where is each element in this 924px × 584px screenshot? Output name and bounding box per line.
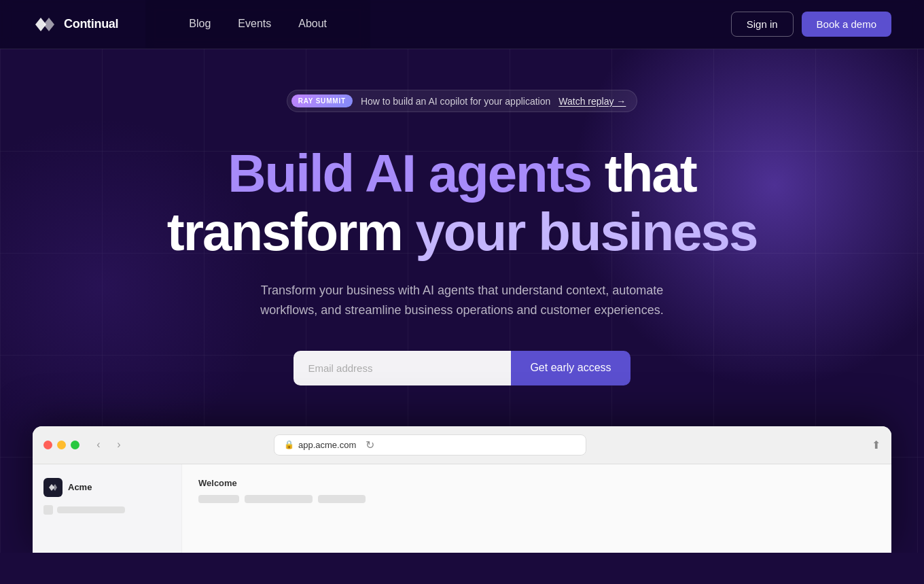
logo-icon (33, 15, 57, 34)
sidebar-item-1 (43, 505, 171, 515)
title-line1-purple: Build AI agents (228, 143, 591, 203)
traffic-light-green[interactable] (71, 441, 79, 449)
title-line2-purple: your business (415, 202, 757, 262)
announcement-bar[interactable]: RAY SUMMIT How to build an AI copilot fo… (287, 90, 638, 112)
title-line1-white: that (591, 143, 696, 203)
share-button[interactable]: ⬆ (872, 439, 881, 451)
forward-button[interactable]: › (111, 436, 127, 453)
book-demo-button[interactable]: Book a demo (802, 12, 891, 37)
content-bar-1 (198, 495, 239, 503)
browser-content: Acme Welcome (33, 464, 891, 553)
nav-left: Continual Blog Events About (33, 0, 370, 49)
browser-toolbar: ‹ › 🔒 app.acme.com ↻ ⬆ (33, 426, 891, 464)
hero-section: RAY SUMMIT How to build an AI copilot fo… (0, 49, 924, 553)
cta-row: Get early access (294, 351, 630, 385)
address-bar[interactable]: 🔒 app.acme.com ↻ (274, 434, 586, 456)
sidebar-icon-1 (43, 505, 53, 515)
email-input[interactable] (294, 351, 511, 385)
back-button[interactable]: ‹ (90, 436, 107, 453)
early-access-button[interactable]: Get early access (511, 351, 630, 385)
sidebar-mock: Acme (33, 464, 182, 553)
welcome-heading: Welcome (198, 478, 875, 488)
nav-links: Blog Events About (145, 0, 370, 49)
watch-replay-link[interactable]: Watch replay → (558, 96, 626, 107)
title-line2-white: transform (167, 202, 416, 262)
content-bar-2 (245, 495, 313, 503)
sidebar-label-1 (57, 506, 125, 513)
reload-button[interactable]: ↻ (366, 439, 374, 451)
content-bar-3 (318, 495, 366, 503)
nav-link-about[interactable]: About (287, 12, 338, 35)
nav-link-blog[interactable]: Blog (178, 12, 221, 35)
nav-link-events[interactable]: Events (227, 12, 282, 35)
hero-title: Build AI agents that transform your busi… (167, 145, 758, 262)
browser-nav-arrows: ‹ › (90, 436, 127, 453)
traffic-light-yellow[interactable] (57, 441, 66, 449)
browser-mockup: ‹ › 🔒 app.acme.com ↻ ⬆ Acm (33, 426, 891, 553)
nav-right: Sign in Book a demo (731, 12, 891, 37)
url-text: app.acme.com (298, 440, 356, 450)
sidebar-logo-row: Acme (43, 478, 171, 497)
navbar: Continual Blog Events About Sign in Book… (0, 0, 924, 49)
signin-button[interactable]: Sign in (731, 12, 794, 37)
traffic-light-red[interactable] (43, 441, 52, 449)
lock-icon: 🔒 (284, 440, 294, 449)
content-placeholder-row (198, 495, 875, 503)
logo-text: Continual (64, 17, 118, 31)
hero-subtitle: Transform your business with AI agents t… (251, 281, 673, 321)
main-content-mock: Welcome (182, 464, 891, 553)
logo[interactable]: Continual (33, 15, 118, 34)
ray-summit-badge: RAY SUMMIT (291, 95, 353, 107)
sidebar-logo-icon (43, 478, 63, 497)
traffic-lights (43, 441, 79, 449)
sidebar-logo-text: Acme (68, 482, 92, 492)
announcement-text: How to build an AI copilot for your appl… (361, 96, 550, 107)
